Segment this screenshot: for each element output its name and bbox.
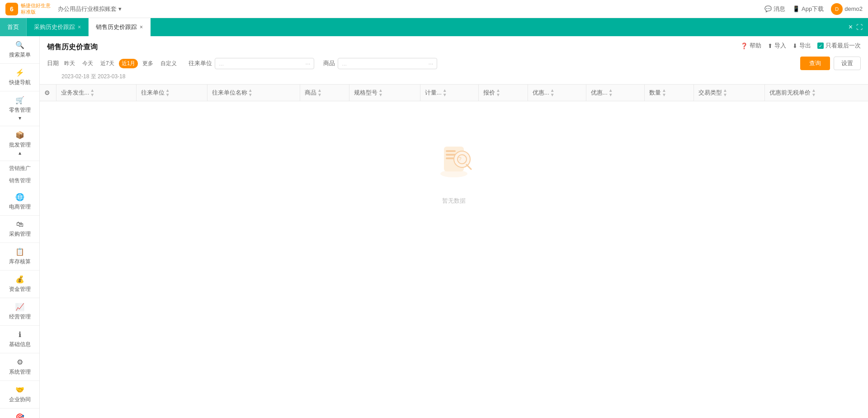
shortcut-last1month[interactable]: 近1月 [119,59,138,68]
user-menu[interactable]: D demo2 [831,3,863,15]
import-btn[interactable]: ⬆ 导入 [768,42,786,50]
sidebar-item-inventory[interactable]: 📋 库存核算 [0,243,39,271]
sort-icon-business-date: ▲▼ [90,88,94,97]
table-container: ⚙ 业务发生... ▲▼ 往来单位 ▲▼ [40,85,868,418]
sidebar-item-operation[interactable]: 📈 经营管理 [0,298,39,326]
sort-discount2[interactable]: 优惠... ▲▼ [591,88,640,97]
message-btn[interactable]: 💬 消息 [764,5,785,13]
tab-home[interactable]: 首页 [0,18,27,36]
sort-business-date[interactable]: 业务发生... ▲▼ [61,88,132,97]
help-btn[interactable]: ❓ 帮助 [741,42,761,50]
help-icon: ❓ [741,43,748,49]
system-mgmt-icon: ⚙ [17,358,23,366]
tab-sales-history-close[interactable]: × [140,24,143,30]
content-area: 销售历史价查询 ❓ 帮助 ⬆ 导入 ⬇ 导出 ✓ 只看最后一次 [40,36,868,418]
logo-text: 畅捷信好生意 标准版 [21,3,51,14]
new-guide-icon: 🎯 [15,413,24,418]
top-bar-right: 💬 消息 📱 App下载 D demo2 [764,3,863,15]
app-download-icon: 📱 [793,5,800,12]
empty-row: ? 暂无数据 [40,101,868,242]
tab-bar-end: × ⛶ [849,23,868,31]
sort-partner-name[interactable]: 往来单位名称 ▲▼ [212,88,295,97]
sort-unit[interactable]: 计量... ▲▼ [425,88,474,97]
th-quantity: 数量 ▲▼ [645,85,694,101]
sort-icon-unit: ▲▼ [443,88,447,97]
shortcut-custom[interactable]: 自定义 [158,59,179,68]
date-range-display: 2023-02-18 至 2023-03-18 [61,73,125,81]
tab-sales-history[interactable]: 销售历史价跟踪 × [89,18,151,36]
partner-label: 往来单位 [189,59,212,67]
sidebar-item-search-menu[interactable]: 🔍 搜索菜单 [0,36,39,64]
logo-icon: 6 [5,3,18,15]
only-last-checkbox-item[interactable]: ✓ 只看最后一次 [817,42,861,50]
sidebar-item-new-guide[interactable]: 🎯 新手引导 [0,408,39,418]
basic-info-icon: ℹ [19,330,21,339]
wholesale-mgmt-icon: 📦 [15,131,24,139]
shortcut-yesterday[interactable]: 昨天 [61,59,78,68]
th-settings: ⚙ [40,85,56,101]
sidebar-sub-marketing[interactable]: 营销推广 [2,163,38,174]
only-last-checkbox[interactable]: ✓ [817,43,824,49]
shortcut-more[interactable]: 更多 [140,59,156,68]
sort-trade-type[interactable]: 交易类型 ▲▼ [698,88,760,97]
table-header-row: ⚙ 业务发生... ▲▼ 往来单位 ▲▼ [40,85,868,101]
th-unit: 计量... ▲▼ [420,85,478,101]
sort-pretax-price[interactable]: 优惠前无税单价 ▲▼ [769,88,863,97]
operation-icon: 📈 [15,303,24,311]
sort-icon-goods: ▲▼ [317,88,322,97]
shortcut-last7days[interactable]: 近7天 [98,59,117,68]
partner-input[interactable]: ... ··· [215,58,314,69]
sort-quantity[interactable]: 数量 ▲▼ [649,88,689,97]
sort-icon-trade-type: ▲▼ [723,88,727,97]
sidebar-item-system-mgmt[interactable]: ⚙ 系统管理 [0,353,39,381]
retail-mgmt-arrow: ▾ [19,115,21,121]
empty-text: 暂无数据 [442,197,466,205]
sort-icon-partner-name: ▲▼ [248,88,253,97]
sort-goods[interactable]: 商品 ▲▼ [305,88,344,97]
goods-input[interactable]: ... ··· [338,58,437,69]
sidebar-item-wholesale-mgmt[interactable]: 📦 批发管理 ▴ [0,126,39,161]
main-layout: 🔍 搜索菜单 ⚡ 快捷导航 🛒 零售管理 ▾ 📦 批发管理 ▴ 营销推广 销售管… [0,36,868,418]
top-bar: 6 畅捷信好生意 标准版 办公用品行业模拟账套 ▾ 💬 消息 📱 App下载 D… [0,0,868,18]
empty-icon: ? [431,138,476,191]
sort-partner-code[interactable]: 往来单位 ▲▼ [141,88,203,97]
sort-spec[interactable]: 规格型号 ▲▼ [354,88,415,97]
sort-icon-discount1: ▲▼ [550,88,555,97]
wholesale-mgmt-arrow: ▴ [19,150,21,156]
svg-rect-2 [446,150,456,152]
sidebar-item-finance[interactable]: 💰 资金管理 [0,271,39,298]
ecommerce-mgmt-icon: 🌐 [15,193,24,201]
settings-button[interactable]: 设置 [834,57,861,70]
tab-purchase-history[interactable]: 采购历史价跟踪 × [27,18,89,36]
sort-icon-discount2: ▲▼ [609,88,613,97]
filter-section: 日期 昨天 今天 近7天 近1月 更多 自定义 往来单位 ... ··· [40,52,868,85]
table-body: ? 暂无数据 [40,101,868,242]
partner-filter-group: 往来单位 ... ··· [189,58,314,69]
sidebar-item-ecommerce-mgmt[interactable]: 🌐 电商管理 [0,188,39,216]
sort-discount1[interactable]: 优惠... ▲▼ [533,88,581,97]
sort-quoted-price[interactable]: 报价 ▲▼ [483,88,523,97]
export-btn[interactable]: ⬇ 导出 [793,42,811,50]
sidebar-sub-sales-mgmt[interactable]: 销售管理 [2,175,38,186]
th-discount2: 优惠... ▲▼ [586,85,644,101]
window-expand-btn[interactable]: ⛶ [856,24,863,31]
partner-field-dots: ··· [306,60,311,67]
table-settings-btn[interactable]: ⚙ [44,89,50,96]
avatar: D [831,3,843,15]
th-business-date: 业务发生... ▲▼ [56,85,136,101]
sidebar-item-purchase-mgmt[interactable]: 🛍 采购管理 [0,216,39,243]
query-button[interactable]: 查询 [800,57,830,70]
tab-purchase-history-close[interactable]: × [78,24,81,30]
retail-mgmt-icon: 🛒 [15,96,24,104]
sidebar-item-retail-mgmt[interactable]: 🛒 零售管理 ▾ [0,91,39,126]
window-close-btn[interactable]: × [849,23,853,31]
sidebar-item-basic-info[interactable]: ℹ 基础信息 [0,326,39,353]
sidebar-item-enterprise-coop[interactable]: 🤝 企业协同 [0,381,39,408]
shortcut-today[interactable]: 今天 [80,59,96,68]
app-selector[interactable]: 办公用品行业模拟账套 ▾ [54,3,125,15]
sidebar-item-quick-nav[interactable]: ⚡ 快捷导航 [0,64,39,91]
app-download-btn[interactable]: 📱 App下载 [793,5,824,13]
sort-icon-quantity: ▲▼ [662,88,666,97]
sort-icon-spec: ▲▼ [378,88,383,97]
enterprise-coop-icon: 🤝 [15,385,24,394]
